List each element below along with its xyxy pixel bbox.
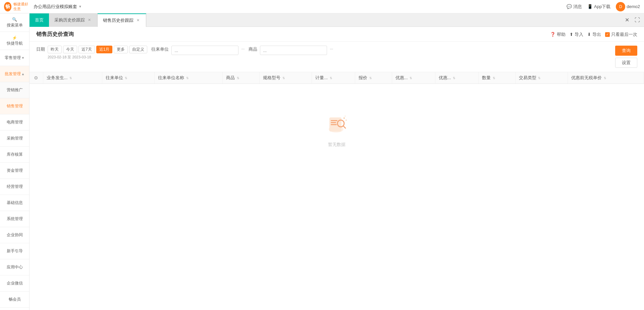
page-actions: ❓ 帮助 ⬆ 导入 ⬇ 导出 ✓ 只看最后一次 (550, 32, 637, 38)
selector-text: 办公用品行业模拟账套 (34, 4, 77, 10)
th-partner-name[interactable]: 往来单位名称 ⇅ (154, 72, 222, 84)
topbar: 畅 畅捷通好生意 办公用品行业模拟账套 ▼ 💬 消息 📱 App下载 D dem… (0, 0, 644, 13)
sidebar-label-inventory: 库存核算 (7, 152, 23, 157)
sidebar-label-member: 畅会员 (9, 297, 21, 302)
tab-home[interactable]: 首页 (30, 13, 49, 27)
help-link[interactable]: ❓ 帮助 (550, 32, 566, 38)
purchase-tab-label: 采购历史价跟踪 (54, 17, 85, 23)
sidebar-label-purchase: 采购管理 (7, 136, 23, 141)
th-unit[interactable]: 计量... ⇅ (312, 72, 355, 84)
sidebar-label-system: 系统管理 (7, 216, 23, 222)
sidebar-item-retail[interactable]: 零售管理 ▼ (0, 50, 29, 66)
date-filter-group: 日期 昨天 今天 近7天 近1月 更多 自定义 2023-02-18 至 202… (36, 46, 147, 60)
th-goods[interactable]: 商品 ⇅ (223, 72, 259, 84)
sidebar-item-wechat[interactable]: 企业微信 (0, 275, 29, 292)
sidebar-item-enterprise[interactable]: 企业协同 (0, 227, 29, 243)
sidebar-item-newbie[interactable]: 新手引导 (0, 243, 29, 259)
svg-point-9 (345, 116, 345, 116)
date-btn-last7[interactable]: 近7天 (78, 46, 95, 53)
date-btn-more[interactable]: 更多 (114, 46, 128, 53)
th-qty-label: 数量 (482, 75, 491, 80)
app-download-action[interactable]: 📱 App下载 (587, 4, 610, 10)
sort-arrows-discount2: ⇅ (453, 76, 455, 80)
app-selector[interactable]: 办公用品行业模拟账套 ▼ (34, 4, 82, 10)
logo-text: 畅捷通好生意 (13, 2, 31, 11)
topbar-right: 💬 消息 📱 App下载 D demo2 (567, 2, 640, 11)
sidebar-label-ecommerce: 电商管理 (7, 119, 23, 125)
th-quote[interactable]: 报价 ⇅ (355, 72, 392, 84)
goods-input[interactable] (260, 46, 327, 55)
maximize-button[interactable]: ⛶ (633, 16, 641, 24)
date-filter-label: 日期 (36, 46, 45, 52)
th-trade-type[interactable]: 交易类型 ⇅ (515, 72, 568, 84)
sidebar-label-marketing: 营销推广 (7, 87, 23, 93)
tab-purchase[interactable]: 采购历史价跟踪 ✕ (49, 13, 98, 27)
sidebar-item-finance[interactable]: 资金管理 (0, 163, 29, 179)
sidebar-label-wechat: 企业微信 (7, 280, 23, 286)
date-btn-yesterday[interactable]: 昨天 (48, 46, 62, 53)
message-icon: 💬 (567, 4, 572, 9)
sort-arrows-quote: ⇅ (369, 76, 372, 80)
sort-arrows-unit: ⇅ (330, 76, 332, 80)
logo-icon: 畅 (4, 2, 11, 11)
sidebar-item-marketing[interactable]: 营销推广 (0, 82, 29, 98)
message-action[interactable]: 💬 消息 (567, 4, 582, 10)
th-partner-code[interactable]: 往来单位 ⇅ (102, 72, 154, 84)
export-link[interactable]: ⬇ 导出 (587, 32, 601, 38)
sidebar-item-quick-nav[interactable]: ⚡ 快捷导航 (0, 32, 29, 50)
checkbox-checked-icon: ✓ (605, 32, 610, 37)
svg-rect-2 (331, 120, 337, 121)
th-discount1[interactable]: 优惠... ⇅ (392, 72, 435, 84)
empty-illustration (323, 111, 350, 138)
settings-button[interactable]: 设置 (615, 58, 637, 68)
sidebar-item-wholesale[interactable]: 批发管理 ▲ (0, 66, 29, 82)
search-icon: 🔍 (12, 17, 17, 22)
sort-arrows-trade: ⇅ (538, 76, 541, 80)
user-area[interactable]: D demo2 (616, 2, 640, 11)
sidebar-item-inventory[interactable]: 库存核算 (0, 147, 29, 163)
only-last-checkbox[interactable]: ✓ 只看最后一次 (605, 32, 637, 38)
sales-tab-close[interactable]: ✕ (136, 18, 141, 23)
th-qty[interactable]: 数量 ⇅ (479, 72, 515, 84)
date-btn-custom[interactable]: 自定义 (129, 46, 147, 53)
sidebar-item-sales-mgmt[interactable]: 销售管理 (0, 98, 29, 114)
close-tab-button[interactable]: ✕ (624, 15, 631, 24)
query-button[interactable]: 查询 (615, 46, 637, 56)
table-container: ⚙ 业务发生... ⇅ 往来单位 ⇅ (30, 72, 644, 174)
export-label: 导出 (592, 32, 601, 38)
sort-arrows-biz-date: ⇅ (69, 76, 72, 80)
logo-area: 畅 畅捷通好生意 (4, 2, 31, 11)
purchase-tab-close[interactable]: ✕ (87, 17, 92, 22)
filter-actions: 查询 设置 (615, 46, 637, 68)
date-btn-last1m[interactable]: 近1月 (96, 46, 113, 53)
tab-sales[interactable]: 销售历史价跟踪 ✕ (98, 13, 146, 27)
th-spec[interactable]: 规格型号 ⇅ (259, 72, 312, 84)
sidebar-label-sales-mgmt: 销售管理 (7, 103, 23, 109)
th-no-tax-price[interactable]: 优惠前无税单价 ⇅ (568, 72, 644, 84)
th-no-tax-price-label: 优惠前无税单价 (571, 75, 602, 80)
sidebar-item-system[interactable]: 系统管理 (0, 211, 29, 227)
gear-icon[interactable]: ⚙ (34, 75, 38, 81)
goods-dots: ... (330, 46, 333, 50)
sidebar-item-member[interactable]: 畅会员 (0, 292, 29, 308)
sort-arrows-goods: ⇅ (237, 76, 239, 80)
sidebar-item-search[interactable]: 🔍 搜索菜单 (0, 13, 29, 32)
sidebar-label-newbie: 新手引导 (7, 248, 23, 254)
th-discount2[interactable]: 优惠... ⇅ (435, 72, 478, 84)
sidebar-item-basics[interactable]: 基础信息 (0, 195, 29, 211)
sidebar-item-ecommerce[interactable]: 电商管理 (0, 114, 29, 131)
sidebar-item-app-center[interactable]: 应用中心 (0, 259, 29, 275)
sidebar-label-finance: 资金管理 (7, 168, 23, 173)
import-link[interactable]: ⬆ 导入 (570, 32, 583, 38)
date-btn-today[interactable]: 今天 (63, 46, 77, 53)
partner-input[interactable] (171, 46, 238, 55)
page-title: 销售历史价查询 (36, 31, 74, 38)
topbar-left: 畅 畅捷通好生意 办公用品行业模拟账套 ▼ (4, 2, 82, 11)
sidebar-item-wholesale-row: 批发管理 ▲ (5, 71, 25, 77)
sidebar-item-operations[interactable]: 经营管理 (0, 179, 29, 195)
date-buttons: 昨天 今天 近7天 近1月 更多 自定义 (48, 46, 147, 53)
sort-arrows-no-tax: ⇅ (604, 76, 606, 80)
svg-line-6 (343, 126, 345, 128)
th-biz-date[interactable]: 业务发生... ⇅ (43, 72, 102, 84)
sidebar-item-purchase[interactable]: 采购管理 (0, 131, 29, 147)
